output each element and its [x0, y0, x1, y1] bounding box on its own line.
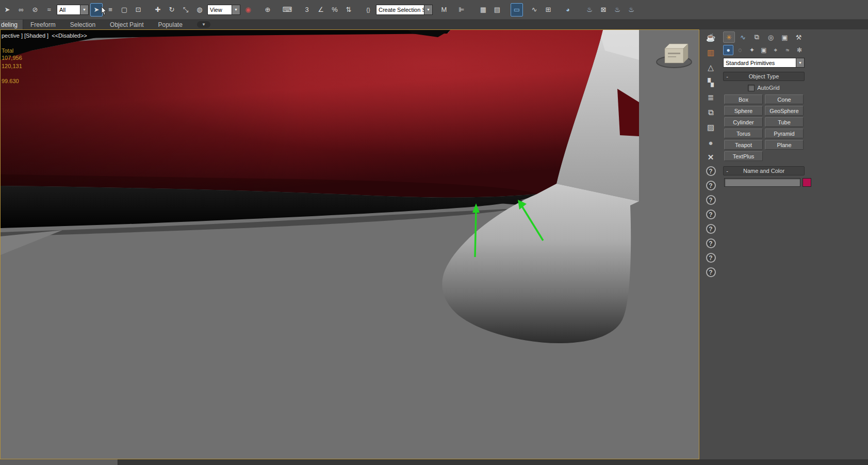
bind-to-space-warp-icon[interactable]: ≈	[43, 3, 55, 17]
teapot-button[interactable]: Teapot	[724, 140, 763, 150]
pyramid-button[interactable]: Pyramid	[765, 129, 804, 138]
ribbon-tab-populate[interactable]: Populate	[151, 20, 189, 29]
object-color-swatch[interactable]	[803, 178, 811, 187]
curve-editor-icon[interactable]: ∿	[528, 3, 541, 17]
help-icon[interactable]: ?	[706, 267, 716, 277]
dropdown-arrow-icon[interactable]: ▼	[80, 5, 88, 14]
rendered-frame-window-icon[interactable]: ⊠	[597, 3, 610, 17]
ribbon-tab-modeling[interactable]: deling	[0, 20, 23, 29]
help-icon[interactable]: ?	[706, 181, 716, 190]
material-editor-icon[interactable]: ◕	[562, 3, 574, 17]
gizmo-box-front[interactable]	[665, 49, 683, 63]
object-type-rollout: - Object Type AutoGrid Box Cone Sphere G…	[723, 72, 805, 162]
keyboard-override-icon[interactable]: ⌨	[281, 3, 293, 17]
object-type-rollout-header[interactable]: - Object Type	[723, 72, 805, 81]
use-pivot-point-center-icon[interactable]: ◉	[242, 3, 254, 17]
name-color-rollout-header[interactable]: - Name and Color	[723, 166, 805, 175]
ribbon-toggle-icon[interactable]: ▭	[511, 3, 523, 17]
cone-button[interactable]: Cone	[765, 94, 804, 104]
layers-icon[interactable]: ≣	[705, 91, 717, 104]
select-and-manipulate-icon[interactable]: ⊕	[261, 3, 274, 17]
rectangular-selection-region-icon[interactable]: ▢	[118, 3, 130, 17]
torus-button[interactable]: Torus	[724, 129, 763, 138]
select-and-place-icon[interactable]: ◍	[193, 3, 206, 17]
mirror-icon[interactable]: M	[438, 3, 450, 17]
cylinder-button[interactable]: Cylinder	[724, 117, 763, 127]
sphere-button[interactable]: Sphere	[724, 106, 763, 116]
spinner-snap-icon[interactable]: ⇅	[342, 3, 355, 17]
dropdown-arrow-icon[interactable]: ▼	[232, 5, 240, 14]
angle-snap-icon[interactable]: ∠	[315, 3, 327, 17]
close-icon[interactable]: ✕	[705, 151, 717, 164]
named-selection-set-dropdown[interactable]: Create Selection Se ▼	[376, 5, 433, 15]
select-and-rotate-icon[interactable]: ↻	[166, 3, 178, 17]
ribbon-tab-selection[interactable]: Selection	[63, 20, 103, 29]
help-icon[interactable]: ?	[706, 195, 716, 205]
checker-icon[interactable]: ▚	[705, 76, 717, 89]
named-selection-sets-icon[interactable]: {}	[362, 3, 374, 17]
help-icon[interactable]: ?	[706, 253, 716, 263]
ribbon-tab-object-paint[interactable]: Object Paint	[103, 20, 151, 29]
help-icon[interactable]: ?	[706, 210, 716, 219]
helpers-icon[interactable]: ⌖	[771, 45, 781, 55]
geosphere-button[interactable]: GeoSphere	[765, 106, 804, 116]
sphere-icon[interactable]: ●	[705, 136, 717, 149]
render-production-icon[interactable]: ♨	[611, 3, 624, 17]
box-button[interactable]: Box	[724, 94, 763, 104]
primitive-category-dropdown[interactable]: Standard Primitives ▼	[723, 58, 805, 68]
viewport-label[interactable]: pective ] [Shaded ] <<Disabled>>	[2, 33, 87, 39]
window-crossing-icon[interactable]: ⊡	[132, 3, 144, 17]
modify-tab[interactable]: ∿	[737, 31, 749, 43]
collapse-icon[interactable]: -	[724, 168, 731, 174]
cursor-arrow-icon[interactable]: ➤	[1, 3, 13, 17]
rollout-title: Object Type	[731, 73, 797, 79]
easel-icon[interactable]: △	[705, 61, 717, 74]
render-iterative-icon[interactable]: ♨	[625, 3, 637, 17]
selection-filter-dropdown[interactable]: All ▼	[57, 5, 89, 15]
help-icon[interactable]: ?	[706, 224, 716, 234]
cube-stack-icon[interactable]: ⧉	[705, 106, 717, 119]
geometry-icon[interactable]: ●	[723, 45, 733, 55]
align-icon[interactable]: ⊫	[455, 3, 468, 17]
space-warps-icon[interactable]: ≈	[782, 45, 793, 55]
material-sample-icon[interactable]: ▥	[705, 46, 717, 59]
object-name-input[interactable]	[724, 178, 800, 187]
dropdown-arrow-icon[interactable]: ▼	[424, 5, 432, 14]
cameras-icon[interactable]: ▣	[759, 45, 769, 55]
ribbon-minimize-chevron-icon[interactable]: ▼	[197, 21, 210, 28]
ribbon-tab-freeform[interactable]: Freeform	[23, 20, 63, 29]
scene-explorer-icon[interactable]: ▦	[477, 3, 489, 17]
textplus-button[interactable]: TextPlus	[724, 151, 763, 161]
systems-icon[interactable]: ✻	[794, 45, 805, 55]
plane-button[interactable]: Plane	[765, 140, 804, 150]
teapot-icon[interactable]: ☕	[705, 31, 717, 44]
percent-snap-icon[interactable]: %	[329, 3, 341, 17]
help-icon[interactable]: ?	[706, 238, 716, 248]
display-tab[interactable]: ▣	[779, 31, 791, 43]
shapes-icon[interactable]: ◌	[735, 45, 745, 55]
perspective-viewport[interactable]: pective ] [Shaded ] <<Disabled>> Total 1…	[0, 29, 699, 459]
utilities-tab[interactable]: ⚒	[793, 31, 805, 43]
create-tab[interactable]: ✳	[723, 31, 735, 43]
tube-button[interactable]: Tube	[765, 117, 804, 127]
render-setup-icon[interactable]: ♨	[583, 3, 596, 17]
help-icon[interactable]: ?	[706, 166, 716, 176]
stats-polys-value: 107,956	[2, 55, 22, 61]
lights-icon[interactable]: ✦	[747, 45, 757, 55]
snap-toggle-3d-icon[interactable]: 3	[301, 3, 313, 17]
motion-tab[interactable]: ◎	[765, 31, 777, 43]
dropdown-arrow-icon[interactable]: ▼	[796, 58, 804, 67]
pattern-icon[interactable]: ▨	[705, 121, 717, 134]
reference-coordinate-system-dropdown[interactable]: View ▼	[207, 5, 240, 15]
schematic-view-icon[interactable]: ⊞	[542, 3, 554, 17]
layer-explorer-icon[interactable]: ▤	[491, 3, 503, 17]
select-and-link-icon[interactable]: ∞	[15, 3, 27, 17]
unlink-selection-icon[interactable]: ⊘	[29, 3, 41, 17]
select-and-scale-icon[interactable]: ⤡	[179, 3, 192, 17]
stats-fps-value: 99.630	[2, 78, 19, 84]
primitive-category-value: Standard Primitives	[724, 60, 796, 66]
collapse-icon[interactable]: -	[724, 73, 731, 79]
hierarchy-tab[interactable]: ⧉	[751, 31, 763, 43]
select-and-move-icon[interactable]: ✚	[152, 3, 164, 17]
autogrid-checkbox[interactable]	[748, 85, 755, 91]
